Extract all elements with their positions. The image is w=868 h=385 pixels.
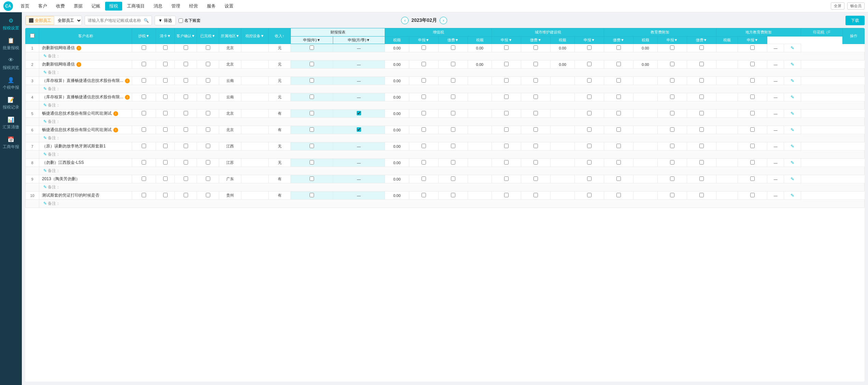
ledu-jf-checkbox[interactable] <box>699 45 704 50</box>
edu-sb-checkbox[interactable] <box>587 111 592 115</box>
next-month-button[interactable]: › <box>440 17 447 24</box>
edu-sb-checkbox[interactable] <box>587 144 592 148</box>
qingka-checkbox[interactable] <box>163 144 168 148</box>
city-sb-checkbox[interactable] <box>504 127 509 132</box>
annual-checkbox[interactable] <box>310 160 314 165</box>
declared-checkbox[interactable] <box>206 62 210 66</box>
sidebar-item-personal-tax[interactable]: 👤 个税申报 <box>0 73 22 93</box>
declared-checkbox[interactable] <box>206 176 210 181</box>
edit-button[interactable]: ✎ <box>791 95 794 100</box>
ledu-jf-checkbox[interactable] <box>699 176 704 181</box>
edit-button[interactable]: ✎ <box>791 144 794 149</box>
stamp-sb-checkbox[interactable] <box>750 111 755 115</box>
city-jf-checkbox[interactable] <box>533 95 538 99</box>
edit-button[interactable]: ✎ <box>791 127 794 132</box>
zz-jf-checkbox[interactable] <box>451 127 455 132</box>
ledu-sb-checkbox[interactable] <box>670 45 674 50</box>
confirm-checkbox[interactable] <box>184 62 188 66</box>
confirm-checkbox[interactable] <box>184 144 188 148</box>
nav-home[interactable]: 首页 <box>16 2 33 11</box>
city-jf-checkbox[interactable] <box>533 144 538 148</box>
nav-billing[interactable]: 收费 <box>52 2 69 11</box>
edu-sb-checkbox[interactable] <box>587 160 592 165</box>
zz-jf-checkbox[interactable] <box>451 160 455 165</box>
city-sb-checkbox[interactable] <box>504 45 509 50</box>
edu-jf-checkbox[interactable] <box>616 78 621 83</box>
city-sb-checkbox[interactable] <box>504 95 509 99</box>
edit-button[interactable]: ✎ <box>791 111 794 116</box>
named-list-checkbox[interactable] <box>179 18 183 23</box>
confirm-checkbox[interactable] <box>184 95 188 99</box>
edu-jf-checkbox[interactable] <box>616 95 621 99</box>
note-cell[interactable]: ✎ 备注： <box>39 134 865 142</box>
edit-button[interactable]: ✎ <box>791 176 794 182</box>
nav-invoice[interactable]: 票据 <box>70 2 87 11</box>
city-jf-checkbox[interactable] <box>533 45 538 50</box>
city-sb-checkbox[interactable] <box>504 176 509 181</box>
edit-button[interactable]: ✎ <box>791 45 794 51</box>
city-jf-checkbox[interactable] <box>533 160 538 165</box>
city-sb-checkbox[interactable] <box>504 193 509 197</box>
edu-jf-checkbox[interactable] <box>616 193 621 197</box>
edit-button[interactable]: ✎ <box>791 62 794 67</box>
note-cell[interactable]: ✎ 备注： <box>39 151 865 159</box>
zz-sb-checkbox[interactable] <box>422 144 426 148</box>
city-jf-checkbox[interactable] <box>533 176 538 181</box>
nav-customer[interactable]: 客户 <box>34 2 51 11</box>
nav-operation[interactable]: 经营 <box>185 2 202 11</box>
confirm-checkbox[interactable] <box>184 127 188 132</box>
ledu-jf-checkbox[interactable] <box>699 193 704 197</box>
stamp-sb-checkbox[interactable] <box>750 95 755 99</box>
ledu-jf-checkbox[interactable] <box>699 160 704 165</box>
declared-checkbox[interactable] <box>206 160 210 165</box>
city-sb-checkbox[interactable] <box>504 160 509 165</box>
stamp-sb-checkbox[interactable] <box>750 62 755 66</box>
city-sb-checkbox[interactable] <box>504 62 509 66</box>
zz-sb-checkbox[interactable] <box>422 62 426 66</box>
chaoshui-checkbox[interactable] <box>142 95 146 99</box>
edit-button[interactable]: ✎ <box>791 193 794 198</box>
stamp-sb-checkbox[interactable] <box>750 144 755 148</box>
qingka-checkbox[interactable] <box>163 193 168 197</box>
stamp-sb-checkbox[interactable] <box>750 193 755 197</box>
nav-settings[interactable]: 设置 <box>220 2 238 11</box>
edu-jf-checkbox[interactable] <box>616 160 621 165</box>
named-list-checkbox-label[interactable]: 名下账套 <box>179 18 201 24</box>
annual-checkbox[interactable] <box>310 127 314 132</box>
city-sb-checkbox[interactable] <box>504 78 509 83</box>
qingka-checkbox[interactable] <box>163 62 168 66</box>
annual-checkbox[interactable] <box>310 45 314 50</box>
sidebar-item-annual-report[interactable]: 📅 工商年报 <box>0 133 22 153</box>
ledu-sb-checkbox[interactable] <box>670 193 674 197</box>
edit-button[interactable]: ✎ <box>791 160 794 165</box>
declared-checkbox[interactable] <box>206 95 210 99</box>
stamp-sb-checkbox[interactable] <box>750 127 755 132</box>
annual-checkbox[interactable] <box>310 193 314 197</box>
note-cell[interactable]: ✎ 备注： <box>39 167 865 175</box>
zz-jf-checkbox[interactable] <box>451 62 455 66</box>
ledu-jf-checkbox[interactable] <box>699 144 704 148</box>
zz-sb-checkbox[interactable] <box>422 160 426 165</box>
ledu-sb-checkbox[interactable] <box>670 176 674 181</box>
chaoshui-checkbox[interactable] <box>142 160 146 165</box>
select-all-checkbox[interactable] <box>30 33 34 38</box>
edu-sb-checkbox[interactable] <box>587 62 592 66</box>
note-cell[interactable]: ✎ 备注： <box>39 101 865 110</box>
ledu-sb-checkbox[interactable] <box>670 111 674 115</box>
confirm-checkbox[interactable] <box>184 160 188 165</box>
annual-checkbox[interactable] <box>310 111 314 115</box>
chaoshui-checkbox[interactable] <box>142 193 146 197</box>
zz-jf-checkbox[interactable] <box>451 95 455 99</box>
chaoshui-checkbox[interactable] <box>142 127 146 132</box>
nav-industrial[interactable]: 工商项目 <box>123 2 149 11</box>
qingka-checkbox[interactable] <box>163 127 168 132</box>
chaoshui-checkbox[interactable] <box>142 111 146 115</box>
zz-jf-checkbox[interactable] <box>451 111 455 115</box>
download-button[interactable]: 下载 <box>845 16 865 25</box>
ledu-sb-checkbox[interactable] <box>670 127 674 132</box>
edu-jf-checkbox[interactable] <box>616 176 621 181</box>
chaoshui-checkbox[interactable] <box>142 78 146 83</box>
edu-sb-checkbox[interactable] <box>587 176 592 181</box>
city-sb-checkbox[interactable] <box>504 144 509 148</box>
stamp-sb-checkbox[interactable] <box>750 176 755 181</box>
